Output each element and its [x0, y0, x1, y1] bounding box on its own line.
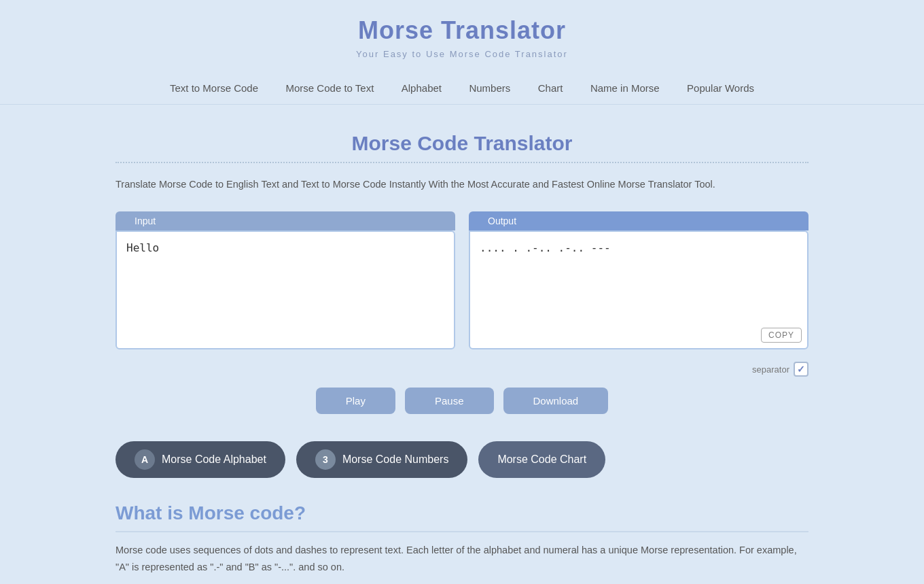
nav-numbers[interactable]: Numbers: [469, 82, 510, 94]
translator-area: Input Output COPY: [116, 211, 808, 349]
category-buttons: A Morse Code Alphabet 3 Morse Code Numbe…: [116, 441, 808, 478]
page-title: Morse Code Translator: [116, 132, 808, 155]
numbers-category-label: Morse Code Numbers: [342, 453, 449, 466]
site-title: Morse Translator: [0, 16, 924, 45]
input-section: Input: [116, 211, 455, 349]
what-is-text: Morse code uses sequences of dots and da…: [116, 542, 808, 575]
output-label: Output: [469, 211, 808, 230]
main-content: Morse Code Translator Translate Morse Co…: [102, 105, 822, 584]
output-textarea: [469, 230, 808, 349]
input-textarea[interactable]: [116, 230, 455, 349]
site-header: Morse Translator Your Easy to Use Morse …: [0, 0, 924, 59]
output-section: Output COPY: [469, 211, 808, 349]
nav-chart[interactable]: Chart: [538, 82, 563, 94]
numbers-icon: 3: [315, 449, 336, 470]
alphabet-icon: A: [135, 449, 155, 470]
download-button[interactable]: Download: [503, 388, 609, 414]
copy-button[interactable]: COPY: [761, 328, 802, 343]
pause-button[interactable]: Pause: [405, 388, 494, 414]
nav-popular-words[interactable]: Popular Words: [687, 82, 754, 94]
separator-row: separator ✓: [116, 362, 808, 377]
nav-morse-to-text[interactable]: Morse Code to Text: [286, 82, 374, 94]
alphabet-category-button[interactable]: A Morse Code Alphabet: [116, 441, 285, 478]
site-subtitle: Your Easy to Use Morse Code Translator: [0, 49, 924, 59]
nav-text-to-morse[interactable]: Text to Morse Code: [170, 82, 258, 94]
input-label: Input: [116, 211, 455, 230]
play-button[interactable]: Play: [316, 388, 395, 414]
section-divider: [116, 162, 808, 163]
action-buttons: Play Pause Download: [116, 388, 808, 414]
chart-category-label: Morse Code Chart: [497, 453, 586, 466]
numbers-category-button[interactable]: 3 Morse Code Numbers: [296, 441, 468, 478]
page-description: Translate Morse Code to English Text and…: [116, 177, 808, 192]
what-is-section: What is Morse code? Morse code uses sequ…: [116, 502, 808, 575]
chart-category-button[interactable]: Morse Code Chart: [478, 441, 605, 478]
nav-alphabet[interactable]: Alphabet: [402, 82, 442, 94]
nav-name-in-morse[interactable]: Name in Morse: [590, 82, 660, 94]
main-nav: Text to Morse Code Morse Code to Text Al…: [0, 73, 924, 105]
separator-label: separator: [752, 364, 789, 375]
what-is-title: What is Morse code?: [116, 502, 808, 532]
check-mark-icon: ✓: [797, 364, 805, 375]
separator-checkbox[interactable]: ✓: [794, 362, 808, 377]
alphabet-category-label: Morse Code Alphabet: [162, 453, 266, 466]
